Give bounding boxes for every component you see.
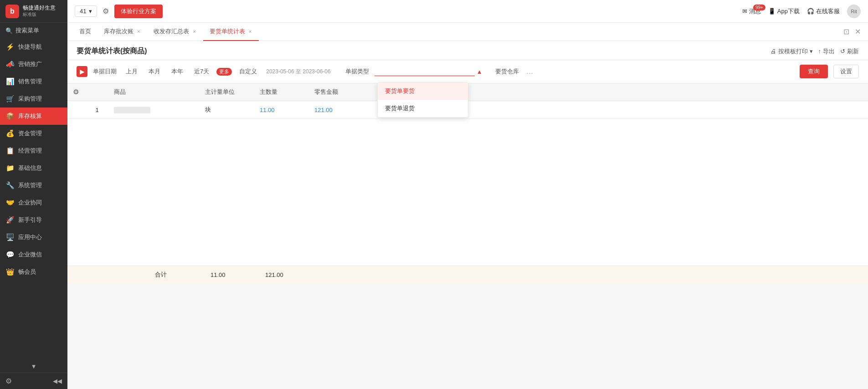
- member-icon: 👑: [5, 268, 15, 276]
- tab-close-icon[interactable]: ×: [136, 28, 141, 35]
- topbar-msg[interactable]: ✉ 消息 99+: [742, 7, 761, 15]
- tab-home-label: 首页: [79, 27, 91, 36]
- app-name-block: 畅捷通好生意 标准版: [23, 5, 56, 18]
- industry-btn[interactable]: 体验行业方案: [114, 5, 163, 18]
- date-btn-last-month[interactable]: 上月: [122, 67, 141, 77]
- tabs-bar: 首页 库存批次账 × 收发存汇总表 × 要货单统计表 × ⊡ ✕: [67, 23, 868, 41]
- tab-home[interactable]: 首页: [73, 23, 98, 41]
- type-filter-arrow-icon[interactable]: ▲: [477, 68, 483, 75]
- sidebar-collapse-icon[interactable]: ◀◀: [53, 378, 62, 384]
- sidebar-item-label: 企业协同: [18, 199, 42, 207]
- sidebar-settings-icon[interactable]: ⚙: [5, 377, 12, 385]
- main-area: 41 ▾ ⚙ 体验行业方案 ✉ 消息 99+ 📱 App下载 🎧 在线客服 Ri…: [67, 0, 868, 389]
- tab-label: 收发存汇总表: [154, 27, 189, 36]
- col-seq: [86, 83, 108, 101]
- sidebar-item-label: 营销推广: [18, 60, 42, 68]
- export-icon: ↑: [818, 48, 822, 55]
- filter-expand-btn[interactable]: ▶: [77, 66, 87, 77]
- print-label: 按模板打印: [778, 47, 808, 56]
- sidebar-item-shortcut[interactable]: ⚡ 快捷导航: [0, 38, 67, 56]
- dropdown-item-yaohuodanfa[interactable]: 要货单要货: [378, 82, 468, 100]
- sidebar-item-cooperation[interactable]: 🤝 企业协同: [0, 194, 67, 211]
- tab-close-icon[interactable]: ×: [248, 28, 252, 35]
- sidebar-search-label: 搜索菜单: [15, 26, 39, 35]
- sidebar-item-wechat[interactable]: 💬 企业微信: [0, 246, 67, 263]
- store-selector[interactable]: 41 ▾: [75, 5, 97, 17]
- sidebar-item-purchase[interactable]: 🛒 采购管理: [0, 90, 67, 107]
- row-unit: 块: [200, 101, 254, 119]
- app-label: App下载: [777, 7, 800, 15]
- tab-close-all-btn[interactable]: ✕: [853, 26, 863, 37]
- inventory-icon: 📦: [5, 112, 15, 120]
- topbar: 41 ▾ ⚙ 体验行业方案 ✉ 消息 99+ 📱 App下载 🎧 在线客服 Ri…: [67, 0, 868, 23]
- wechat-icon: 💬: [5, 251, 15, 259]
- tab-restore-btn[interactable]: ⊡: [842, 26, 851, 37]
- topbar-service[interactable]: 🎧 在线客服: [807, 7, 840, 15]
- sidebar-item-marketing[interactable]: 📣 营销推广: [0, 56, 67, 73]
- sidebar-item-label: 快捷导航: [18, 43, 42, 51]
- sidebar-item-basic[interactable]: 📁 基础信息: [0, 159, 67, 177]
- dropdown-item-yaohuodantui[interactable]: 要货单退货: [378, 100, 468, 117]
- app-name: 畅捷通好生意: [23, 5, 56, 12]
- tab-order-summary[interactable]: 要货单统计表 ×: [203, 23, 259, 41]
- print-btn[interactable]: 🖨 按模板打印 ▾: [770, 47, 813, 56]
- date-range-text: 2023-05-06 至 2023-06-06: [266, 68, 330, 75]
- sidebar-item-label: 经营管理: [18, 147, 42, 155]
- sidebar-scroll-down[interactable]: ▼: [0, 360, 67, 373]
- tab-inventory-batch[interactable]: 库存批次账 ×: [98, 23, 147, 41]
- footer-amount: 121.00: [265, 271, 283, 278]
- settings-btn[interactable]: 设置: [833, 65, 859, 78]
- date-options: 上月 本月 本年 近7天 更多 自定义: [122, 67, 261, 77]
- sidebar-item-guide[interactable]: 🚀 新手引导: [0, 211, 67, 229]
- chevron-down-icon: ▾: [89, 8, 92, 15]
- msg-badge: 99+: [753, 5, 765, 10]
- sidebar-footer: ⚙ ◀◀: [0, 373, 67, 389]
- tabs-actions: ⊡ ✕: [842, 26, 863, 37]
- refresh-btn[interactable]: ↺ 刷新: [840, 47, 859, 56]
- tab-receivable-summary[interactable]: 收发存汇总表 ×: [147, 23, 203, 41]
- footer-label: 合计: [73, 271, 167, 279]
- row-product: [108, 101, 200, 119]
- marketing-icon: 📣: [5, 60, 15, 68]
- query-btn[interactable]: 查询: [800, 65, 828, 78]
- sidebar-item-inventory[interactable]: 📦 库存核算: [0, 107, 67, 125]
- date-btn-custom[interactable]: 自定义: [236, 67, 261, 77]
- sidebar-item-label: 畅会员: [18, 268, 36, 276]
- row-qty[interactable]: 11.00: [254, 101, 309, 119]
- date-btn-7days[interactable]: 近7天: [190, 67, 213, 77]
- sidebar-item-member[interactable]: 👑 畅会员: [0, 263, 67, 281]
- table-settings-icon[interactable]: ⚙: [73, 88, 79, 96]
- hot-more-btn[interactable]: 更多: [216, 68, 232, 76]
- cooperation-icon: 🤝: [5, 199, 15, 207]
- sidebar-item-system[interactable]: 🔧 系统管理: [0, 177, 67, 194]
- sidebar-item-label: 新手引导: [18, 216, 42, 224]
- type-filter-input[interactable]: [375, 67, 475, 76]
- topbar-right: ✉ 消息 99+ 📱 App下载 🎧 在线客服 Rit: [742, 5, 861, 18]
- tab-label: 要货单统计表: [210, 27, 245, 36]
- tab-close-icon[interactable]: ×: [192, 28, 196, 35]
- date-btn-this-month[interactable]: 本月: [145, 67, 164, 77]
- warehouse-more-icon[interactable]: …: [526, 67, 534, 76]
- topbar-gear-icon[interactable]: ⚙: [103, 7, 109, 15]
- sidebar-item-appcenter[interactable]: 🖥️ 应用中心: [0, 229, 67, 246]
- app-edition: 标准版: [23, 11, 56, 18]
- col-unit: 主计量单位: [200, 83, 254, 101]
- topbar-app-download[interactable]: 📱 App下载: [768, 7, 800, 15]
- service-icon: 🎧: [807, 8, 814, 15]
- date-btn-this-year[interactable]: 本年: [168, 67, 187, 77]
- sidebar-item-search[interactable]: 🔍 搜索菜单: [0, 23, 67, 38]
- col-settings: ⚙: [67, 83, 86, 101]
- row-settings-cell: [67, 101, 86, 119]
- page-header: 要货单统计表(按商品) 🖨 按模板打印 ▾ ↑ 导出 ↺ 刷新: [67, 41, 868, 60]
- chevron-down-icon: ▾: [810, 48, 813, 55]
- type-filter-label: 单据类型: [345, 67, 369, 76]
- purchase-icon: 🛒: [5, 95, 15, 103]
- row-amount[interactable]: 121.00: [309, 101, 364, 119]
- sidebar-item-operations[interactable]: 📋 经营管理: [0, 142, 67, 159]
- export-btn[interactable]: ↑ 导出: [818, 47, 835, 56]
- sidebar-item-finance[interactable]: 💰 资金管理: [0, 125, 67, 142]
- sidebar-item-sales[interactable]: 📊 销售管理: [0, 73, 67, 90]
- sidebar-item-label: 采购管理: [18, 95, 42, 103]
- print-icon: 🖨: [770, 48, 776, 55]
- avatar[interactable]: Rit: [847, 5, 861, 18]
